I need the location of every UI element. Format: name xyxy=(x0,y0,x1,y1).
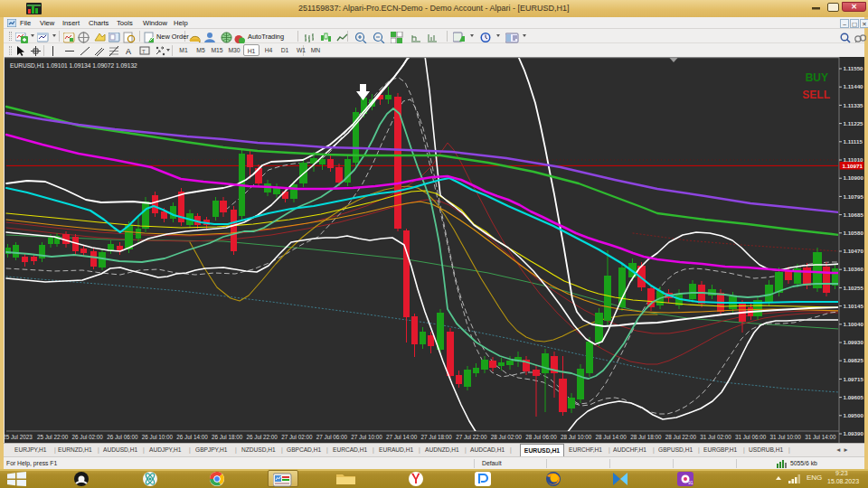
svg-text:26 Jul 06:00: 26 Jul 06:00 xyxy=(107,434,138,440)
svg-text:1.11440: 1.11440 xyxy=(844,83,864,89)
svg-text:1.10040: 1.10040 xyxy=(844,321,864,327)
svg-text:1.10900: 1.10900 xyxy=(844,174,864,181)
svg-text:31 Jul 02:00: 31 Jul 02:00 xyxy=(700,434,731,440)
svg-text:1.10255: 1.10255 xyxy=(844,285,864,291)
svg-text:28 Jul 06:00: 28 Jul 06:00 xyxy=(525,434,557,440)
svg-text:25 Jul 2023: 25 Jul 2023 xyxy=(5,434,33,440)
svg-text:1.10580: 1.10580 xyxy=(844,230,864,236)
svg-text:26 Jul 22:00: 26 Jul 22:00 xyxy=(247,434,278,440)
svg-text:A: A xyxy=(126,47,131,56)
svg-text:1.09500: 1.09500 xyxy=(844,412,864,418)
svg-text:1.10145: 1.10145 xyxy=(844,303,864,309)
svg-text:26 Jul 02:00: 26 Jul 02:00 xyxy=(72,434,104,440)
svg-text:26 Jul 10:00: 26 Jul 10:00 xyxy=(142,434,174,440)
svg-text:91: 91 xyxy=(688,480,693,485)
svg-text:27 Jul 18:00: 27 Jul 18:00 xyxy=(421,434,453,440)
svg-text:1.10470: 1.10470 xyxy=(844,248,864,254)
svg-text:31 Jul 14:00: 31 Jul 14:00 xyxy=(805,434,836,440)
svg-text:1.11335: 1.11335 xyxy=(844,102,864,108)
svg-text:1.09825: 1.09825 xyxy=(844,357,864,363)
svg-text:BUY: BUY xyxy=(806,71,828,84)
svg-text:31 Jul 06:00: 31 Jul 06:00 xyxy=(735,434,767,440)
svg-text:26 Jul 14:00: 26 Jul 14:00 xyxy=(176,434,208,440)
svg-text:28 Jul 22:00: 28 Jul 22:00 xyxy=(665,434,697,440)
svg-text:1.10360: 1.10360 xyxy=(844,266,864,272)
svg-text:1.09605: 1.09605 xyxy=(844,394,864,400)
svg-text:1.11225: 1.11225 xyxy=(844,120,864,127)
svg-text:27 Jul 02:00: 27 Jul 02:00 xyxy=(281,434,313,440)
svg-text:EURUSD,H1 1.09101 1.09134 1.0: EURUSD,H1 1.09101 1.09134 1.09072 1.0913… xyxy=(10,62,137,69)
svg-text:1.10971: 1.10971 xyxy=(843,163,863,169)
svg-text:SELL: SELL xyxy=(802,89,830,101)
svg-text:27 Jul 10:00: 27 Jul 10:00 xyxy=(351,434,382,440)
svg-text:1.10685: 1.10685 xyxy=(844,211,864,218)
svg-text:28 Jul 14:00: 28 Jul 14:00 xyxy=(596,434,627,440)
svg-text:26 Jul 18:00: 26 Jul 18:00 xyxy=(212,434,243,440)
svg-text:1.11550: 1.11550 xyxy=(844,65,864,71)
svg-text:1.09930: 1.09930 xyxy=(844,339,864,345)
svg-text:28 Jul 02:00: 28 Jul 02:00 xyxy=(491,434,523,440)
svg-text:1.09390: 1.09390 xyxy=(844,430,864,436)
svg-text:28 Jul 10:00: 28 Jul 10:00 xyxy=(561,434,592,440)
svg-text:T: T xyxy=(142,49,146,54)
svg-text:31 Jul 10:00: 31 Jul 10:00 xyxy=(770,434,802,440)
svg-text:1.09715: 1.09715 xyxy=(844,376,864,382)
svg-text:25 Jul 22:00: 25 Jul 22:00 xyxy=(37,434,69,440)
svg-text:28 Jul 18:00: 28 Jul 18:00 xyxy=(630,434,662,440)
svg-text:1.10795: 1.10795 xyxy=(844,193,864,200)
svg-text:27 Jul 06:00: 27 Jul 06:00 xyxy=(316,434,348,440)
svg-text:27 Jul 14:00: 27 Jul 14:00 xyxy=(386,434,418,440)
svg-text:1.11115: 1.11115 xyxy=(844,138,863,145)
svg-text:27 Jul 22:00: 27 Jul 22:00 xyxy=(456,434,487,440)
